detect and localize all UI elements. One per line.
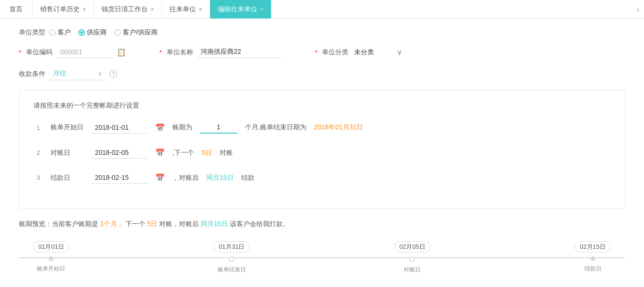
billing-start-date[interactable] bbox=[91, 122, 148, 134]
timeline-point-3: 02月05日 对账日 bbox=[394, 241, 431, 274]
tab-sales-order-history[interactable]: 销售订单历史 × bbox=[33, 0, 94, 18]
row-3-num: 3 bbox=[34, 174, 43, 181]
card-section: 请按照未来的一个完整帐期进行设置 1 账单开始日 📅 账期为 个月,账单结束日期… bbox=[19, 90, 625, 209]
radio-both-label: 客户/供应商 bbox=[123, 28, 158, 37]
timeline-badge-2: 01月31日 bbox=[213, 241, 250, 253]
timeline-badge-1: 01月01日 bbox=[33, 241, 69, 253]
timeline-circle-1 bbox=[49, 256, 53, 261]
radio-supplier-label: 供应商 bbox=[87, 28, 107, 37]
unit-category-required: * bbox=[315, 49, 317, 56]
timeline-point-4: 02月15日 结款日 bbox=[575, 241, 611, 274]
timeline-label-1: 账单开始日 bbox=[37, 265, 65, 273]
radio-both-circle bbox=[114, 29, 121, 36]
tab-home-label: 首页 bbox=[9, 5, 23, 14]
payment-terms-arrow-icon: ∨ bbox=[98, 70, 102, 77]
payment-row: 3 结款日 📅 ，对账后 同月15日 结款 bbox=[34, 172, 610, 184]
tab-cash-label: 钱货日清工作台 bbox=[102, 5, 148, 14]
reconcile-desc-prefix: ,下一个 bbox=[172, 149, 194, 157]
unit-name-required: * bbox=[159, 49, 161, 56]
preview-highlight2: 5日 bbox=[147, 220, 157, 228]
unit-type-radio-group: 客户 供应商 客户/供应商 bbox=[49, 28, 158, 37]
unit-code-label: 单位编码 bbox=[26, 48, 52, 57]
reconcile-row: 2 对账日 📅 ,下一个 5日 对账 bbox=[34, 147, 610, 159]
preview-text1: 下一个 bbox=[126, 220, 145, 228]
reconcile-highlight: 5日 bbox=[202, 149, 212, 157]
unit-type-row: 单位类型 客户 供应商 客户/供应商 bbox=[19, 28, 625, 37]
tab-cash-close[interactable]: × bbox=[151, 6, 154, 13]
reconcile-date[interactable] bbox=[91, 147, 148, 159]
payment-date[interactable] bbox=[91, 172, 148, 184]
billing-period-suffix: 个月,账单结束日期为 bbox=[245, 123, 306, 132]
unit-code-field: * 单位编码 📋 bbox=[19, 46, 126, 58]
billing-start-row: 1 账单开始日 📅 账期为 个月,账单结束日期为 2018年01月31日 bbox=[34, 121, 610, 134]
payment-terms-field: 收款条件 月结 ∨ ? bbox=[19, 68, 117, 80]
unit-code-required: * bbox=[19, 49, 21, 56]
radio-customer-circle bbox=[49, 29, 56, 36]
unit-type-label: 单位类型 bbox=[19, 28, 45, 37]
main-content: 单位类型 客户 供应商 客户/供应商 * 单位编码 bbox=[0, 19, 644, 287]
preview-text3: 该客户会给我打款。 bbox=[230, 220, 289, 228]
row-1-num: 1 bbox=[34, 124, 43, 131]
unit-name-input[interactable] bbox=[197, 46, 282, 58]
radio-supplier[interactable]: 供应商 bbox=[78, 28, 107, 37]
payment-terms-value: 月结 bbox=[53, 69, 95, 78]
timeline-badge-4: 02月15日 bbox=[575, 241, 611, 253]
payment-terms-label: 收款条件 bbox=[19, 70, 45, 78]
billing-end-date-highlight: 2018年01月31日 bbox=[314, 123, 363, 132]
timeline-circle-2 bbox=[229, 256, 235, 262]
unit-code-input[interactable] bbox=[56, 46, 113, 58]
card-title: 请按照未来的一个完整帐期进行设置 bbox=[34, 101, 610, 110]
tab-partner-label: 往来单位 bbox=[169, 5, 196, 14]
payment-cal-icon[interactable]: 📅 bbox=[155, 173, 165, 182]
tab-cash-goods[interactable]: 钱货日清工作台 × bbox=[94, 0, 162, 18]
payment-highlight: 同月15日 bbox=[206, 174, 234, 182]
preview-section: 账期预览：当前客户账期是 1个月， 下一个 5日 对账，对账后 同月15日 该客… bbox=[19, 218, 625, 230]
tab-edit-label: 编辑往来单位 bbox=[218, 5, 257, 14]
preview-highlight3: 同月15日 bbox=[201, 220, 228, 228]
radio-customer[interactable]: 客户 bbox=[49, 28, 71, 37]
preview-highlight1: 1个月， bbox=[100, 220, 124, 228]
unit-name-field: * 单位名称 bbox=[159, 46, 281, 58]
tab-home[interactable]: 首页 bbox=[0, 0, 33, 18]
timeline-label-4: 结款日 bbox=[585, 265, 602, 273]
timeline-circle-3 bbox=[409, 256, 415, 262]
timeline-label-2: 账单结束日 bbox=[218, 266, 246, 274]
payment-terms-select[interactable]: 月结 ∨ bbox=[49, 68, 106, 80]
payment-desc-prefix: ，对账后 bbox=[172, 174, 199, 182]
unit-category-dropdown-icon[interactable]: ∨ bbox=[397, 48, 402, 57]
tab-arrow-button[interactable]: › bbox=[632, 0, 644, 18]
billing-months-input[interactable] bbox=[200, 121, 237, 134]
tab-bar: 首页 销售订单历史 × 钱货日清工作台 × 往来单位 × 编辑往来单位 × › bbox=[0, 0, 644, 19]
timeline-label-3: 对账日 bbox=[404, 266, 421, 274]
unit-name-label: 单位名称 bbox=[167, 48, 193, 57]
billing-period-prefix: 账期为 bbox=[172, 123, 192, 132]
preview-text2: 对账，对账后 bbox=[159, 220, 199, 228]
billing-start-cal-icon[interactable]: 📅 bbox=[155, 123, 165, 132]
timeline-badge-3: 02月05日 bbox=[394, 241, 431, 253]
radio-supplier-circle bbox=[78, 29, 85, 36]
reconcile-cal-icon[interactable]: 📅 bbox=[155, 148, 165, 157]
payment-terms-row: 收款条件 月结 ∨ ? bbox=[19, 68, 625, 80]
payment-terms-help-icon[interactable]: ? bbox=[110, 70, 117, 78]
timeline-point-2: 01月31日 账单结束日 bbox=[213, 241, 250, 274]
reconcile-label: 对账日 bbox=[51, 149, 84, 157]
payment-label: 结款日 bbox=[51, 174, 84, 182]
billing-start-label: 账单开始日 bbox=[51, 123, 84, 132]
unit-code-icon[interactable]: 📋 bbox=[117, 48, 126, 57]
unit-info-row: * 单位编码 📋 * 单位名称 * 单位分类 未分类 ∨ bbox=[19, 46, 625, 58]
row-2-num: 2 bbox=[34, 149, 43, 156]
tab-partner-units[interactable]: 往来单位 × bbox=[162, 0, 210, 18]
reconcile-desc-suffix: 对账 bbox=[220, 149, 233, 157]
unit-category-field: * 单位分类 未分类 ∨ bbox=[315, 48, 402, 57]
preview-label: 账期预览：当前客户账期是 bbox=[19, 220, 98, 228]
tab-edit-partner[interactable]: 编辑往来单位 × bbox=[210, 0, 271, 18]
tab-sales-close[interactable]: × bbox=[83, 6, 86, 13]
timeline-points: 01月01日 账单开始日 01月31日 账单结束日 02月05日 对账日 02月… bbox=[33, 241, 611, 274]
timeline-circle-4 bbox=[591, 256, 595, 261]
tab-partner-close[interactable]: × bbox=[199, 6, 202, 13]
radio-both[interactable]: 客户/供应商 bbox=[114, 28, 158, 37]
unit-type-field: 单位类型 客户 供应商 客户/供应商 bbox=[19, 28, 158, 37]
unit-category-label: 单位分类 bbox=[322, 48, 348, 57]
tab-edit-close[interactable]: × bbox=[260, 6, 263, 13]
unit-category-value: 未分类 bbox=[354, 48, 374, 57]
